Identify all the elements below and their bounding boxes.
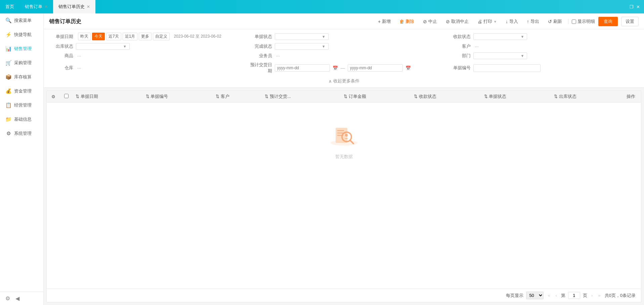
receipt-status-select[interactable]: ▼ [473, 33, 527, 40]
sidebar-item-inventory[interactable]: 📦 库存核算 [0, 70, 43, 84]
date-dash: — [341, 66, 345, 71]
window-close-icon[interactable]: ✕ [636, 4, 640, 9]
sidebar-label-sales: 销售管理 [14, 46, 32, 52]
close-sales-order-tab[interactable]: ✕ [44, 4, 48, 9]
page-input[interactable] [568, 292, 580, 299]
receipt-status-chevron: ▼ [520, 35, 524, 39]
order-no-input[interactable] [473, 64, 541, 72]
sidebar-item-purchase[interactable]: 🛒 采购管理 [0, 56, 43, 70]
btn-import[interactable]: ↓ 导入 [503, 17, 521, 26]
goods-dots-btn[interactable]: ··· [76, 52, 83, 59]
th-order-no[interactable]: ⇅ 单据编号 [142, 91, 213, 103]
collapse-row[interactable]: ∧ 收起更多条件 [49, 77, 639, 84]
pagination: 每页显示 50 10 20 100 « ‹ 第 页 › » 共0页，0条记录 [47, 289, 641, 302]
sales-icon: 📊 [5, 46, 11, 52]
th-settings[interactable]: ⚙ [47, 91, 60, 103]
sidebar-collapse-icon[interactable]: ◀ [15, 295, 19, 302]
collapse-up-icon: ∧ [329, 79, 332, 84]
sidebar-item-sales[interactable]: 📊 销售管理 [0, 42, 43, 56]
last-page-btn[interactable]: » [597, 292, 602, 299]
show-detail-input[interactable] [572, 20, 576, 24]
query-button[interactable]: 查询 [598, 17, 618, 26]
filter-row-1: 单据日期 昨天 今天 近7天 近1月 更多 自定义 2023-06-02 至 2… [49, 33, 639, 40]
sidebar-item-basic[interactable]: 📁 基础信息 [0, 112, 43, 126]
customer-label: 客户 [446, 43, 473, 49]
sidebar-item-quick-nav[interactable]: ⚡ 快捷导航 [0, 28, 43, 42]
sidebar-item-search[interactable]: 🔍 搜索菜单 [0, 13, 43, 28]
btn-refresh[interactable]: ↺ 刷新 [545, 17, 565, 26]
btn-yesterday[interactable]: 昨天 [78, 33, 91, 40]
sidebar-item-finance[interactable]: 💰 资金管理 [0, 84, 43, 98]
dept-select[interactable]: ▼ [473, 52, 527, 59]
btn-stop[interactable]: ⊘ 中止 [420, 17, 440, 26]
sidebar-item-operation[interactable]: 📋 经营管理 [0, 98, 43, 112]
btn-more[interactable]: 更多 [139, 33, 152, 40]
th-checkbox[interactable] [60, 91, 72, 103]
receipt-status-label: 收款状态 [446, 34, 473, 40]
btn-export[interactable]: ↑ 导出 [524, 17, 542, 26]
topbar-tabs: 首页 销售订单 ✕ 销售订单历史 ✕ [0, 0, 630, 13]
th-order-status[interactable]: ⇅ 单据状态 [481, 91, 551, 103]
cancel-stop-icon: ⊘ [446, 19, 450, 24]
show-detail-checkbox[interactable]: 显示明细 [572, 18, 595, 25]
add-icon: + [378, 19, 381, 24]
btn-cancel-stop[interactable]: ⊘ 取消中止 [443, 17, 471, 26]
sidebar-label-inventory: 库存核算 [14, 74, 32, 80]
sidebar-settings-icon[interactable]: ⚙ [5, 295, 10, 302]
first-page-btn[interactable]: « [546, 292, 551, 299]
btn-print[interactable]: 🖨 打印 ▼ [475, 17, 500, 26]
tab-sales-history[interactable]: 销售订单历史 ✕ [53, 0, 95, 13]
order-status-col: ▼ [275, 33, 440, 40]
settings-button[interactable]: 设置 [621, 17, 639, 26]
btn-add[interactable]: + 新增 [375, 17, 393, 26]
complete-status-chevron: ▼ [322, 44, 326, 48]
per-page-select[interactable]: 50 10 20 100 [526, 292, 544, 299]
delivery-date-label: 预计交货日期 [248, 62, 275, 74]
delete-icon: 🗑 [399, 19, 404, 24]
sidebar-label-search: 搜索菜单 [14, 17, 32, 24]
customer-dots-btn[interactable]: ··· [473, 43, 480, 50]
delivery-end-input[interactable] [348, 64, 403, 72]
th-out-status[interactable]: ⇅ 出库状态 [551, 91, 621, 103]
delivery-start-input[interactable] [275, 64, 330, 72]
th-customer[interactable]: ⇅ 客户 [212, 91, 261, 103]
next-page-btn[interactable]: › [590, 292, 594, 299]
salesman-dots-btn[interactable]: ··· [275, 52, 282, 59]
refresh-icon: ↺ [548, 19, 552, 24]
table-area: ⚙ ⇅ 单据日期 ⇅ 单据编号 [46, 90, 641, 302]
tab-home[interactable]: 首页 [0, 0, 19, 13]
main-layout: 🔍 搜索菜单 ⚡ 快捷导航 📊 销售管理 🛒 采购管理 📦 库存核算 💰 资金管… [0, 13, 644, 305]
prev-page-btn[interactable]: ‹ [554, 292, 558, 299]
complete-status-select[interactable]: ▼ [275, 43, 329, 50]
order-status-select[interactable]: ▼ [275, 33, 329, 40]
warehouse-dots-btn[interactable]: ··· [76, 65, 83, 71]
th-amount[interactable]: ⇅ 订单金额 [340, 91, 411, 103]
sidebar-label-operation: 经营管理 [14, 102, 32, 108]
customer-col: ··· [473, 43, 639, 50]
btn-today[interactable]: 今天 [92, 33, 105, 40]
th-receipt-status[interactable]: ⇅ 收款状态 [411, 91, 481, 103]
export-icon: ↑ [527, 19, 529, 24]
out-status-select[interactable]: ▼ [76, 43, 130, 50]
btn-1month[interactable]: 近1月 [123, 33, 138, 40]
dept-col: ▼ [473, 52, 639, 59]
warehouse-label: 仓库 [49, 65, 76, 71]
tab-sales-order[interactable]: 销售订单 ✕ [19, 0, 53, 13]
select-all-checkbox[interactable] [64, 94, 69, 98]
collapse-label: 收起更多条件 [333, 78, 359, 84]
close-history-tab[interactable]: ✕ [87, 4, 90, 9]
btn-delete[interactable]: 🗑 删除 [397, 17, 417, 26]
salesman-col: ··· [275, 52, 440, 59]
btn-custom[interactable]: 自定义 [153, 33, 170, 40]
delivery-start-calendar-icon[interactable]: 📅 [333, 66, 338, 71]
page-suffix: 页 [583, 293, 587, 299]
btn-7days[interactable]: 近7天 [106, 33, 121, 40]
content-area: 销售订单历史 + 新增 🗑 删除 ⊘ 中止 ⊘ 取消中止 [44, 13, 644, 305]
th-delivery[interactable]: ⇅ 预计交货... [261, 91, 340, 103]
settings-icon[interactable]: ⚙ [51, 94, 55, 99]
window-restore-icon[interactable]: ❐ [630, 4, 634, 9]
th-date[interactable]: ⇅ 单据日期 [72, 91, 142, 103]
sidebar-bottom: ⚙ ◀ [0, 292, 43, 305]
sidebar-item-system[interactable]: ⚙ 系统管理 [0, 126, 43, 141]
delivery-end-calendar-icon[interactable]: 📅 [405, 66, 411, 71]
